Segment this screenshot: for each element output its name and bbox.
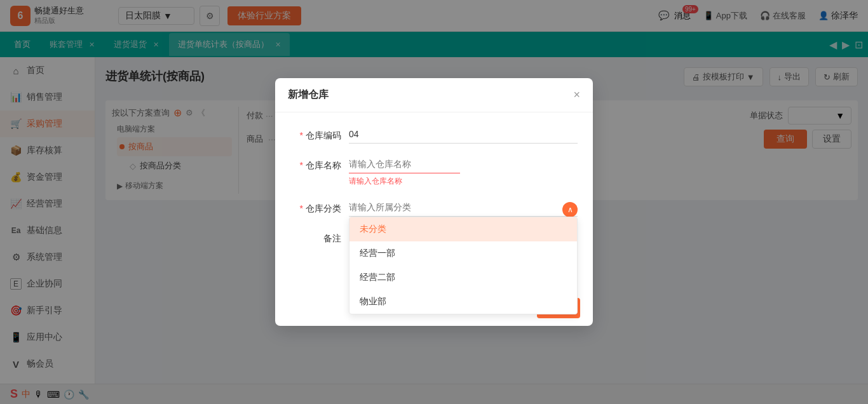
modal-close-button[interactable]: ×	[573, 88, 580, 102]
modal-header: 新增仓库 ×	[275, 78, 593, 112]
category-dropdown-list: 未分类 经营一部 经营二部 物业部	[349, 217, 578, 314]
warehouse-name-input[interactable]	[349, 155, 460, 173]
name-field: 请输入仓库名称	[349, 155, 578, 187]
modal-title: 新增仓库	[288, 88, 329, 102]
dropdown-option-dept3[interactable]: 物业部	[349, 290, 577, 314]
name-error-msg: 请输入仓库名称	[349, 176, 578, 187]
category-input[interactable]	[349, 198, 578, 217]
warehouse-code-row: 仓库编码	[290, 125, 578, 144]
warehouse-code-input[interactable]	[349, 125, 578, 144]
modal-body: 仓库编码 仓库名称 请输入仓库名称 仓库分类 ∧ 未分类 经营一部 经营二部	[275, 112, 593, 290]
category-label: 仓库分类	[290, 198, 341, 215]
code-label: 仓库编码	[290, 125, 341, 142]
category-dropdown: ∧ 未分类 经营一部 经营二部 物业部	[349, 198, 578, 217]
name-label: 仓库名称	[290, 155, 341, 172]
dropdown-toggle-button[interactable]: ∧	[562, 202, 578, 217]
dropdown-option-dept2[interactable]: 经营二部	[349, 266, 577, 290]
dropdown-option-dept1[interactable]: 经营一部	[349, 241, 577, 266]
dropdown-option-uncategorized[interactable]: 未分类	[349, 217, 577, 241]
warehouse-category-row: 仓库分类 ∧ 未分类 经营一部 经营二部 物业部	[290, 198, 578, 217]
add-warehouse-modal: 新增仓库 × 仓库编码 仓库名称 请输入仓库名称 仓库分类 ∧ 未分类	[275, 78, 593, 326]
warehouse-name-row: 仓库名称 请输入仓库名称	[290, 155, 578, 187]
note-label: 备注	[290, 228, 341, 245]
